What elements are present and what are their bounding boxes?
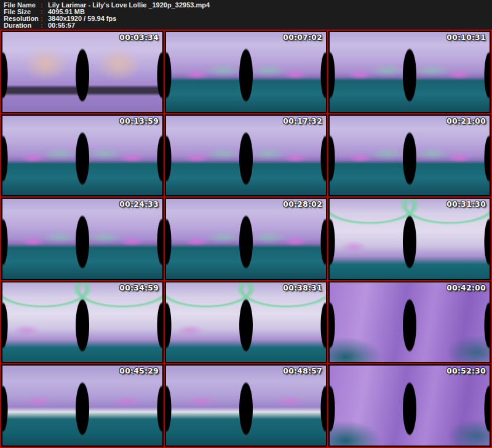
meta-colon: : — [41, 22, 48, 29]
stereo-lens-vignette — [330, 32, 490, 112]
timestamp-overlay: 00:17:32 — [283, 117, 322, 126]
timestamp-overlay: 00:45:29 — [119, 367, 159, 375]
timestamp-overlay: 00:13:59 — [119, 117, 159, 126]
metadata-header: File Name : Lily Larimar - Lily's Love L… — [0, 0, 492, 30]
stereo-lens-vignette — [2, 32, 162, 112]
timestamp-overlay: 00:42:00 — [446, 284, 486, 292]
meta-value-resolution: 3840x1920 / 59.94 fps — [48, 15, 492, 22]
timestamp-overlay: 00:21:00 — [446, 117, 486, 126]
stereo-lens-vignette — [166, 32, 326, 112]
timestamp-overlay: 00:07:02 — [283, 33, 322, 42]
stereo-lens-vignette — [166, 199, 326, 279]
meta-value-filename: Lily Larimar - Lily's Love Lollie _1920p… — [48, 2, 492, 9]
meta-label: Duration — [4, 22, 41, 29]
video-thumbnail: 00:48:57 — [165, 364, 327, 447]
video-thumbnail: 00:52:30 — [328, 364, 491, 447]
thumbnail-grid: 00:03:34 00:07:02 00:10:31 00:13:59 00:1… — [0, 30, 492, 448]
video-thumbnail: 00:34:59 — [1, 281, 164, 364]
stereo-lens-vignette — [2, 116, 162, 196]
video-thumbnail: 00:17:32 — [165, 114, 327, 197]
video-thumbnail: 00:31:30 — [328, 198, 491, 280]
stereo-lens-vignette — [166, 366, 326, 446]
video-thumbnail: 00:21:00 — [328, 114, 491, 197]
video-contact-sheet: File Name : Lily Larimar - Lily's Love L… — [0, 0, 492, 448]
video-thumbnail: 00:45:29 — [1, 364, 164, 447]
timestamp-overlay: 00:10:31 — [446, 33, 486, 42]
stereo-lens-vignette — [166, 116, 326, 196]
timestamp-overlay: 00:03:34 — [119, 33, 159, 42]
video-thumbnail: 00:38:31 — [165, 281, 327, 364]
stereo-lens-vignette — [330, 116, 490, 196]
stereo-lens-vignette — [330, 282, 490, 362]
stereo-lens-vignette — [166, 282, 326, 362]
stereo-lens-vignette — [330, 199, 490, 279]
meta-row-duration: Duration : 00:55:57 — [4, 22, 492, 29]
timestamp-overlay: 00:48:57 — [283, 367, 322, 375]
stereo-lens-vignette — [2, 366, 162, 446]
stereo-lens-vignette — [2, 282, 162, 362]
timestamp-overlay: 00:28:02 — [283, 200, 322, 209]
timestamp-overlay: 00:34:59 — [119, 284, 159, 292]
meta-value-duration: 00:55:57 — [48, 22, 492, 29]
timestamp-overlay: 00:52:30 — [446, 367, 486, 375]
stereo-lens-vignette — [2, 199, 162, 279]
video-thumbnail: 00:24:33 — [1, 198, 164, 280]
video-thumbnail: 00:03:34 — [1, 31, 164, 113]
video-thumbnail: 00:10:31 — [328, 31, 491, 113]
video-thumbnail: 00:13:59 — [1, 114, 164, 197]
timestamp-overlay: 00:38:31 — [283, 284, 322, 292]
meta-row-resolution: Resolution : 3840x1920 / 59.94 fps — [4, 15, 492, 22]
timestamp-overlay: 00:24:33 — [119, 200, 159, 209]
timestamp-overlay: 00:31:30 — [446, 200, 486, 209]
video-thumbnail: 00:07:02 — [165, 31, 327, 113]
stereo-lens-vignette — [330, 366, 490, 446]
video-thumbnail: 00:42:00 — [328, 281, 491, 364]
video-thumbnail: 00:28:02 — [165, 198, 327, 280]
